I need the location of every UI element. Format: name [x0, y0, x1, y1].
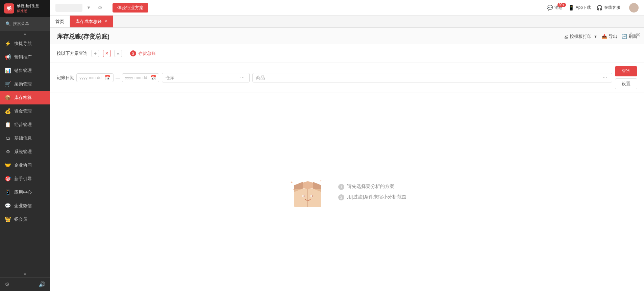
calendar-start-icon[interactable]: 📅 — [105, 75, 110, 80]
sidebar-item-enterprise[interactable]: 🤝 企业协同 — [0, 159, 50, 172]
sidebar-item-label: 企业微信 — [14, 203, 32, 209]
sidebar-item-finance[interactable]: 💰 资金管理 — [0, 104, 50, 118]
filter-delete-icon: × — [105, 51, 108, 56]
print-template-btn[interactable]: 🖨 按模板打印 ▼ — [564, 33, 597, 40]
filter-area: 按以下方案查询 + × « S 存货总账 — [50, 44, 644, 63]
sidebar-item-label: 应用中心 — [14, 189, 32, 195]
operations-icon: 📋 — [5, 122, 11, 128]
empty-illustration: ✦ ✦ ✦ — [288, 172, 328, 212]
warehouse-more-icon[interactable]: ··· — [239, 75, 246, 81]
panel-close-btn[interactable]: ✕ — [636, 31, 641, 39]
tab-inventory-cost[interactable]: 库存成本总账 ✕ — [70, 16, 113, 27]
scheme-item[interactable]: S 存货总账 — [126, 48, 160, 58]
date-field: 记账日期 yyyy-mm-dd 📅 — yyyy-mm-dd 📅 — [57, 73, 159, 82]
sidebar-item-label: 库存核算 — [14, 95, 32, 101]
newbie-icon: 🎯 — [5, 176, 11, 182]
sidebar-item-newbie[interactable]: 🎯 新手引导 — [0, 172, 50, 186]
sidebar-item-sales[interactable]: 📊 销售管理 — [0, 64, 50, 77]
step-2-icon: 2 — [338, 194, 344, 200]
sidebar-item-base-info[interactable]: 🗂 基础信息 — [0, 131, 50, 145]
calendar-end-icon[interactable]: 📅 — [150, 75, 156, 80]
sidebar-item-wechat[interactable]: 💬 企业微信 — [0, 199, 50, 213]
filter-delete-btn[interactable]: × — [103, 50, 110, 57]
top-header: ▼ ⚙ 体验行业方案 💬 消息 99+ 📱 App下载 🎧 在线客服 — [50, 0, 644, 16]
svg-text:✦: ✦ — [293, 189, 294, 191]
inventory-icon: 📦 — [5, 95, 11, 101]
svg-text:✦: ✦ — [320, 179, 322, 183]
filter-add-btn[interactable]: + — [92, 50, 99, 57]
sidebar-item-purchase[interactable]: 🛒 采购管理 — [0, 77, 50, 91]
footer-audio-icon[interactable]: 🔊 — [39, 281, 45, 288]
right-tools: 💬 消息 99+ 📱 App下载 🎧 在线客服 — [547, 3, 639, 13]
sidebar-item-label: 基础信息 — [14, 135, 32, 141]
date-start-input[interactable]: yyyy-mm-dd 📅 — [76, 73, 114, 82]
industry-btn[interactable]: 体验行业方案 — [113, 3, 148, 13]
page-actions: 🖨 按模板打印 ▼ 📤 导出 🔄 刷新 — [564, 33, 637, 40]
finance-icon: 💰 — [5, 108, 11, 114]
sidebar-item-marketing[interactable]: 📢 营销推广 — [0, 50, 50, 64]
filter-label: 按以下方案查询 — [57, 50, 88, 56]
warehouse-input[interactable]: 仓库 ··· — [162, 73, 250, 82]
refresh-icon: 🔄 — [621, 34, 627, 39]
sales-icon: 📊 — [5, 68, 11, 74]
panel-expand-btn[interactable]: ⤢ — [628, 31, 633, 37]
member-icon: 👑 — [5, 216, 11, 222]
sidebar-item-system[interactable]: ⚙ 系统管理 — [0, 145, 50, 159]
filter-collapse-icon: « — [117, 51, 120, 56]
date-field-label: 记账日期 — [57, 75, 74, 81]
date-end-placeholder: yyyy-mm-dd — [125, 75, 147, 80]
product-more-icon[interactable]: ··· — [601, 75, 609, 81]
tool-app-download[interactable]: 📱 App下载 — [568, 5, 591, 11]
export-btn[interactable]: 📤 导出 — [601, 33, 617, 40]
sidebar-item-app-center[interactable]: 📱 应用中心 — [0, 186, 50, 199]
base-info-icon: 🗂 — [5, 136, 11, 141]
scheme-item-label: 存货总账 — [138, 50, 156, 56]
svg-text:✦: ✦ — [290, 180, 293, 184]
tip-1-text: 请先选择要分析的方案 — [347, 184, 394, 190]
tab-home-label: 首页 — [55, 19, 64, 25]
sidebar-logo: 畅 畅捷通好生意 标准版 — [0, 0, 50, 17]
tab-close-icon[interactable]: ✕ — [104, 19, 107, 24]
messages-icon: 💬 — [547, 5, 553, 11]
avatar[interactable] — [629, 3, 639, 13]
tool-messages[interactable]: 💬 消息 99+ — [547, 5, 563, 11]
top-settings-icon[interactable]: ⚙ — [98, 4, 102, 11]
filter-collapse-btn[interactable]: « — [115, 50, 122, 57]
page-title: 库存总账(存货总账) — [57, 32, 109, 41]
query-btn[interactable]: 查询 — [615, 66, 637, 76]
sidebar-item-inventory[interactable]: 📦 库存核算 — [0, 91, 50, 104]
date-end-input[interactable]: yyyy-mm-dd 📅 — [122, 73, 159, 82]
tab-home[interactable]: 首页 — [50, 16, 70, 27]
sidebar-item-label: 资金管理 — [14, 108, 32, 114]
print-icon: 🖨 — [564, 34, 568, 39]
search-menu-btn[interactable]: 🔍 搜索菜单 — [3, 20, 47, 28]
sidebar-item-member[interactable]: 👑 畅会员 — [0, 213, 50, 226]
wechat-icon: 💬 — [5, 203, 11, 209]
step-1-icon: 1 — [338, 184, 344, 190]
sidebar-item-quick-nav[interactable]: ⚡ 快捷导航 — [0, 37, 50, 50]
settings-btn[interactable]: 设置 — [615, 78, 637, 89]
print-dropdown-icon[interactable]: ▼ — [594, 34, 597, 39]
empty-text-area: 1 请先选择要分析的方案 2 用[过滤]条件来缩小分析范围 — [338, 184, 406, 200]
main-area: ▼ ⚙ 体验行业方案 💬 消息 99+ 📱 App下载 🎧 在线客服 首页 — [50, 0, 644, 291]
tab-bar: 首页 库存成本总账 ✕ — [50, 16, 644, 28]
sidebar-footer: ⚙ 🔊 — [0, 277, 50, 291]
warehouse-placeholder: 仓库 — [166, 75, 174, 81]
tab-inventory-cost-label: 库存成本总账 — [75, 19, 102, 25]
dropdown-arrow-icon[interactable]: ▼ — [86, 5, 91, 10]
sidebar-scroll-down[interactable]: ▼ — [0, 271, 50, 277]
sidebar-search[interactable]: 🔍 搜索菜单 — [0, 17, 50, 31]
online-service-label: 在线客服 — [604, 5, 620, 10]
footer-settings-icon[interactable]: ⚙ — [5, 281, 9, 288]
page-content: 库存总账(存货总账) 🖨 按模板打印 ▼ 📤 导出 🔄 刷新 按以下方案查 — [50, 28, 644, 291]
product-input[interactable]: 商品 ··· — [252, 73, 612, 82]
empty-tip-1: 1 请先选择要分析的方案 — [338, 184, 406, 190]
sidebar-scroll-up[interactable]: ▲ — [0, 31, 50, 37]
logo-text: 畅捷通好生意 — [17, 3, 39, 8]
scheme-item-icon: S — [130, 50, 136, 56]
tool-online-service[interactable]: 🎧 在线客服 — [596, 5, 620, 11]
scheme-icon-letter: S — [132, 51, 134, 55]
quick-nav-icon: ⚡ — [5, 41, 11, 47]
sidebar-item-operations[interactable]: 📋 经营管理 — [0, 118, 50, 131]
sidebar-item-label: 系统管理 — [14, 149, 32, 155]
